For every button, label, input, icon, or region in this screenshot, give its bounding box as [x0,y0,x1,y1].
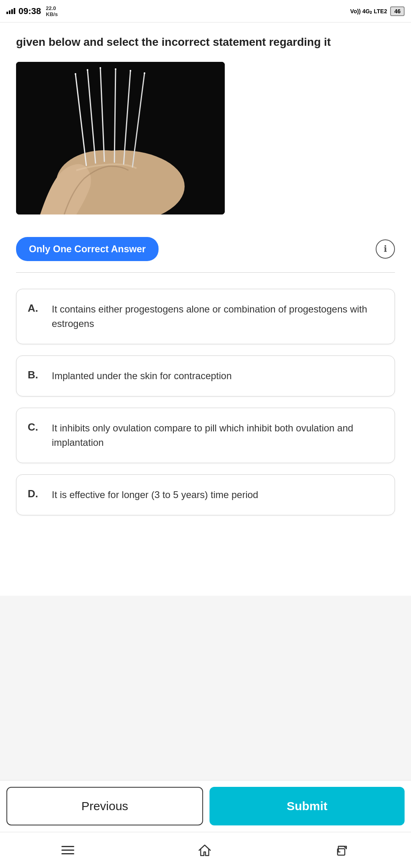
speed-unit: KB/s [46,11,58,17]
signal-bar-2 [9,10,10,14]
info-icon[interactable]: ℹ [376,239,395,259]
question-image [16,62,225,214]
signal-bar-1 [6,12,8,14]
option-d[interactable]: D. It is effective for longer (3 to 5 ye… [16,474,395,515]
submit-button[interactable]: Submit [210,787,405,825]
divider [16,272,395,273]
speed-display: 22.0 KB/s [46,5,58,17]
bottom-buttons: Previous Submit [0,780,411,832]
status-bar: 09:38 22.0 KB/s Vo)) 4G₂ LTE2 46 [0,0,411,22]
option-b[interactable]: B. Implanted under the skin for contrace… [16,355,395,396]
option-c[interactable]: C. It inhibits only ovulation compare to… [16,408,395,463]
status-right: Vo)) 4G₂ LTE2 46 [350,6,405,16]
main-content: given below and select the incorrect sta… [0,22,411,596]
status-left: 09:38 22.0 KB/s [6,5,58,17]
hamburger-line-3 [61,853,74,854]
option-d-letter: D. [28,488,42,500]
option-b-text: Implanted under the skin for contracepti… [52,369,232,383]
svg-point-5 [75,73,76,75]
svg-point-17 [130,70,131,71]
option-b-letter: B. [28,369,42,381]
info-icon-symbol: ℹ [384,244,387,254]
lte-badge: Vo)) 4G₂ LTE2 [350,8,387,14]
needle-svg [16,62,225,214]
home-svg [197,843,212,858]
signal-icons [6,8,15,14]
speed-value: 22.0 [46,5,56,11]
battery-badge: 46 [390,6,405,16]
option-c-text: It inhibits only ovulation compare to pi… [52,421,382,450]
svg-point-20 [144,72,145,74]
svg-point-8 [87,69,88,71]
options-container: A. It contains either progestogens alone… [16,289,395,596]
time-display: 09:38 [18,6,41,16]
previous-button[interactable]: Previous [6,787,203,825]
option-c-letter: C. [28,421,42,433]
home-icon[interactable] [197,843,212,858]
hamburger-menu-icon[interactable] [61,846,74,854]
svg-point-11 [100,67,101,69]
signal-bar-4 [14,8,15,14]
hamburger-line-1 [61,846,74,847]
option-a[interactable]: A. It contains either progestogens alone… [16,289,395,344]
option-a-text: It contains either progestogens alone or… [52,302,382,331]
svg-point-14 [115,68,116,70]
answer-type-section: Only One Correct Answer ℹ [16,237,395,261]
hamburger-line-2 [61,850,74,851]
option-d-text: It is effective for longer (3 to 5 years… [52,488,258,502]
answer-type-badge[interactable]: Only One Correct Answer [16,237,159,261]
back-svg [335,843,350,858]
back-icon[interactable] [335,843,350,858]
android-nav [0,832,411,868]
signal-bar-3 [11,9,13,14]
option-a-letter: A. [28,302,42,315]
question-text: given below and select the incorrect sta… [16,34,395,51]
